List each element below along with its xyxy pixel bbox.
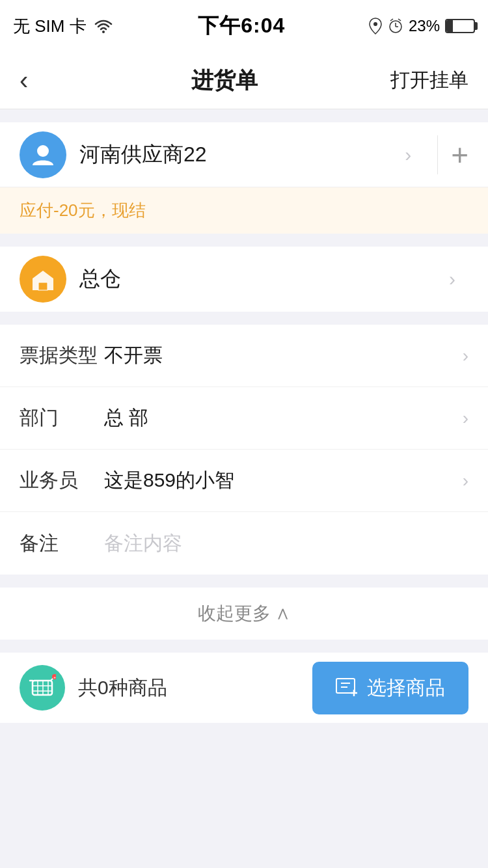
supplier-section[interactable]: 河南供应商22 › + bbox=[0, 122, 488, 187]
remark-input[interactable]: 备注内容 bbox=[104, 530, 468, 557]
back-button[interactable]: ‹ bbox=[20, 66, 59, 95]
salesman-value: 这是859的小智 bbox=[104, 467, 463, 494]
status-right: 23% bbox=[368, 17, 475, 35]
dept-label: 部门 bbox=[20, 405, 104, 431]
invoice-row[interactable]: 票据类型 不开票 › bbox=[0, 325, 488, 387]
add-supplier-button[interactable]: + bbox=[451, 140, 468, 170]
divider bbox=[437, 135, 438, 174]
product-count-label: 共0种商品 bbox=[78, 675, 167, 701]
warehouse-section[interactable]: 总仓 › bbox=[0, 247, 488, 312]
collapse-label: 收起更多 ∧ bbox=[198, 601, 291, 626]
invoice-chevron-icon: › bbox=[463, 346, 468, 366]
carrier-label: 无 SIM 卡 bbox=[13, 15, 87, 38]
svg-point-1 bbox=[373, 22, 377, 26]
select-product-label: 选择商品 bbox=[367, 675, 445, 701]
status-left: 无 SIM 卡 bbox=[13, 15, 115, 38]
svg-line-6 bbox=[398, 19, 401, 21]
salesman-row[interactable]: 业务员 这是859的小智 › bbox=[0, 450, 488, 512]
svg-rect-10 bbox=[33, 681, 52, 695]
page-title: 进货单 bbox=[191, 66, 258, 96]
notice-bar: 应付-20元，现结 bbox=[0, 187, 488, 234]
time-label: 下午6:04 bbox=[198, 12, 285, 40]
battery-label: 23% bbox=[409, 17, 440, 35]
cart-icon: + bbox=[29, 674, 56, 701]
select-product-icon bbox=[336, 678, 359, 698]
svg-rect-8 bbox=[38, 282, 47, 290]
warehouse-icon bbox=[29, 265, 57, 293]
warehouse-icon-wrap bbox=[20, 256, 66, 303]
supplier-avatar bbox=[20, 131, 66, 178]
collapse-button[interactable]: 收起更多 ∧ bbox=[0, 588, 488, 640]
supplier-name: 河南供应商22 bbox=[79, 141, 405, 169]
bottom-bar: + 共0种商品 选择商品 bbox=[0, 653, 488, 723]
svg-line-5 bbox=[390, 19, 393, 21]
alarm-icon bbox=[388, 18, 403, 34]
person-icon bbox=[30, 142, 56, 168]
location-icon bbox=[368, 18, 383, 34]
product-count-icon-wrap: + bbox=[20, 665, 65, 711]
form-section: 票据类型 不开票 › 部门 总 部 › 业务员 这是859的小智 › 备注 备注… bbox=[0, 325, 488, 575]
nav-bar: ‹ 进货单 打开挂单 bbox=[0, 52, 488, 109]
bottom-fill bbox=[0, 723, 488, 868]
status-bar: 无 SIM 卡 下午6:04 23% bbox=[0, 0, 488, 52]
supplier-chevron-icon: › bbox=[405, 144, 411, 166]
warehouse-label: 总仓 bbox=[79, 265, 449, 293]
remark-label: 备注 bbox=[20, 530, 104, 557]
battery-icon bbox=[445, 19, 475, 33]
select-product-button[interactable]: 选择商品 bbox=[312, 662, 468, 714]
open-pending-button[interactable]: 打开挂单 bbox=[390, 67, 468, 94]
product-count-area: + 共0种商品 bbox=[20, 665, 167, 711]
gap-1 bbox=[0, 109, 488, 122]
dept-value: 总 部 bbox=[104, 405, 463, 431]
dept-chevron-icon: › bbox=[463, 408, 468, 429]
salesman-label: 业务员 bbox=[20, 467, 104, 494]
invoice-label: 票据类型 bbox=[20, 342, 104, 369]
warehouse-chevron-icon: › bbox=[449, 268, 455, 290]
svg-point-0 bbox=[102, 31, 105, 33]
dept-row[interactable]: 部门 总 部 › bbox=[0, 387, 488, 450]
wifi-icon bbox=[92, 18, 115, 34]
svg-text:+: + bbox=[53, 675, 56, 679]
svg-rect-19 bbox=[336, 679, 355, 693]
remark-row[interactable]: 备注 备注内容 bbox=[0, 512, 488, 575]
salesman-chevron-icon: › bbox=[463, 470, 468, 491]
svg-point-7 bbox=[37, 145, 49, 157]
invoice-value: 不开票 bbox=[104, 342, 463, 369]
notice-text: 应付-20元，现结 bbox=[20, 200, 146, 220]
